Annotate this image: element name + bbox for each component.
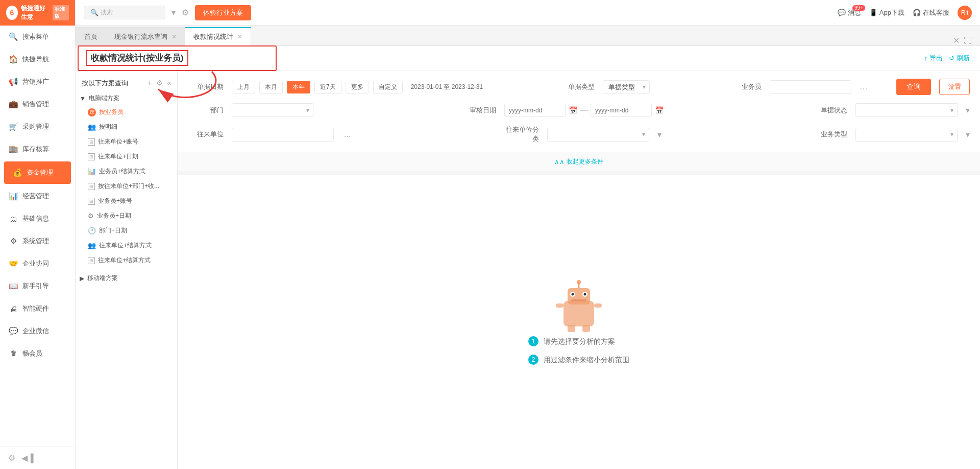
scheme-item-partner-account[interactable]: ⊞ 往来单位+账号 <box>76 134 177 149</box>
scheme-item-partner-dept[interactable]: ⊞ 按往来单位+部门+收... <box>76 179 177 194</box>
sidebar-item-enterprise[interactable]: 🤝 企业协同 <box>0 252 75 275</box>
message-btn[interactable]: 💬 消息 99+ <box>838 8 861 17</box>
voucher-type-select-wrapper: 单据类型 <box>603 80 650 94</box>
salesman-more-icon[interactable]: … <box>860 82 868 91</box>
date-btn-7days[interactable]: 近7天 <box>314 81 341 93</box>
sidebar-item-member[interactable]: ♛ 畅会员 <box>0 342 75 365</box>
partner-input[interactable] <box>232 128 334 142</box>
sidebar: 6 畅捷通好生意 标准版 🔍 搜索菜单 🏠 快捷导航 📢 营销推广 💼 销售管理… <box>0 0 76 469</box>
biz-type-dropdown-icon[interactable]: ▾ <box>966 130 970 139</box>
partner-category-select[interactable] <box>547 128 649 142</box>
message-icon: 💬 <box>838 9 846 16</box>
partner-category-dropdown-icon[interactable]: ▾ <box>657 130 662 139</box>
sidebar-item-operations[interactable]: 📊 经营管理 <box>0 185 75 207</box>
scheme-item-detail[interactable]: 👥 按明细 <box>76 120 177 134</box>
sidebar-item-inventory[interactable]: 🏬 库存核算 <box>0 138 75 160</box>
voucher-status-select[interactable] <box>855 103 958 117</box>
sidebar-item-basic[interactable]: 🗂 基础信息 <box>0 207 75 230</box>
date-range: 2023-01-01 至 2023-12-31 <box>411 83 483 91</box>
empty-area: 1 请先选择要分析的方案 2 用过滤条件来缩小分析范围 <box>178 175 980 469</box>
sidebar-item-search[interactable]: 🔍 搜索菜单 <box>0 26 75 48</box>
query-button[interactable]: 查询 <box>896 79 931 95</box>
scheme-label-salesman-settle: 业务员+结算方式 <box>99 167 145 176</box>
settings-bottom-icon[interactable]: ⚙ <box>8 453 15 463</box>
scheme-label-partner-date: 往来单位+日期 <box>98 152 138 161</box>
date-btn-custom[interactable]: 自定义 <box>373 81 403 93</box>
date-btn-thisyear[interactable]: 本年 <box>287 81 310 93</box>
panel-header-actions: + ⚙ « <box>148 79 171 88</box>
app-download-btn[interactable]: 📱 App下载 <box>869 8 904 17</box>
calendar-end-icon[interactable]: 📅 <box>654 106 665 114</box>
mobile-schemes-header[interactable]: ▶ 移动端方案 <box>76 272 177 285</box>
desktop-schemes-header[interactable]: ▼ 电脑端方案 <box>76 92 177 105</box>
sidebar-item-quicknav[interactable]: 🏠 快捷导航 <box>0 48 75 71</box>
scheme-item-partner-settle2[interactable]: ⊞ 往来单位+结算方式 <box>76 253 177 268</box>
tab-close-all-icon[interactable]: ✕ <box>953 36 960 45</box>
panel-collapse-icon[interactable]: « <box>167 79 171 88</box>
date-btn-more[interactable]: 更多 <box>346 81 369 93</box>
refresh-icon: ↺ <box>949 54 954 62</box>
sidebar-item-guide[interactable]: 📖 新手引导 <box>0 275 75 297</box>
calendar-start-icon[interactable]: 📅 <box>568 106 578 114</box>
scheme-item-salesman-account[interactable]: ⊞ 业务员+账号 <box>76 194 177 208</box>
scheme-settings-icon[interactable]: ⚙ <box>156 79 163 88</box>
collapse-bar[interactable]: ∧∧ 收起更多条件 <box>178 152 980 171</box>
scheme-item-partner-settle1[interactable]: 👥 往来单位+结算方式 <box>76 238 177 253</box>
scheme-item-salesman-date[interactable]: ⚙ 业务员+日期 <box>76 208 177 223</box>
tab-expand-icon[interactable]: ⛶ <box>964 36 972 45</box>
svg-rect-1 <box>568 288 590 304</box>
tab-receipts-close[interactable]: ✕ <box>237 33 242 40</box>
guide-icon: 📖 <box>8 281 18 291</box>
sidebar-item-sales[interactable]: 💼 销售管理 <box>0 93 75 115</box>
online-service-label: 在线客服 <box>923 8 949 17</box>
header-search[interactable]: 🔍 搜索 <box>84 6 165 19</box>
settings-button[interactable]: 设置 <box>939 79 970 95</box>
voucher-type-select[interactable]: 单据类型 <box>603 80 650 94</box>
sidebar-item-wechat[interactable]: 💬 企业微信 <box>0 320 75 342</box>
logo-icon: 6 <box>6 6 18 20</box>
tab-home[interactable]: 首页 <box>76 27 106 45</box>
biz-type-select[interactable] <box>855 128 958 142</box>
operations-icon: 📊 <box>8 191 18 201</box>
collapse-sidebar-icon[interactable]: ◀▐ <box>21 453 33 463</box>
basic-icon: 🗂 <box>8 214 18 224</box>
app-logo: 6 畅捷通好生意 标准版 <box>0 0 75 26</box>
sidebar-item-hardware[interactable]: 🖨 智能硬件 <box>0 297 75 320</box>
refresh-button[interactable]: ↺ 刷新 <box>949 54 970 63</box>
date-btn-thismonth[interactable]: 本月 <box>259 81 283 93</box>
audit-date-end[interactable] <box>591 104 652 117</box>
step-num-2: 2 <box>528 355 538 365</box>
partner-more-icon[interactable]: ... <box>342 130 353 139</box>
sidebar-item-purchase[interactable]: 🛒 采购管理 <box>0 115 75 138</box>
sidebar-item-finance[interactable]: 💰 资金管理 <box>4 161 71 184</box>
sidebar-item-marketing[interactable]: 📢 营销推广 <box>0 71 75 93</box>
tab-cashflow-close[interactable]: ✕ <box>172 33 177 40</box>
export-button[interactable]: ↑ 导出 <box>924 54 943 63</box>
add-scheme-icon[interactable]: + <box>148 79 152 88</box>
tab-cashflow[interactable]: 现金银行流水查询 ✕ <box>106 27 185 45</box>
partner-date-icon: ⊞ <box>88 153 95 160</box>
user-avatar[interactable]: Rit <box>958 6 972 20</box>
salesman-input[interactable] <box>770 80 851 94</box>
header-dropdown-icon[interactable]: ▾ <box>172 8 176 17</box>
scheme-item-salesman[interactable]: 按 按业务员 <box>76 105 177 120</box>
mobile-schemes-label: 移动端方案 <box>87 274 118 283</box>
sidebar-item-system[interactable]: ⚙ 系统管理 <box>0 230 75 252</box>
sidebar-item-label-operations: 经营管理 <box>22 192 49 201</box>
date-btn-lastmonth[interactable]: 上月 <box>232 81 255 93</box>
trial-button[interactable]: 体验行业方案 <box>195 5 251 20</box>
tab-receipts[interactable]: 收款情况统计 ✕ <box>185 27 251 45</box>
online-service-btn[interactable]: 🎧 在线客服 <box>913 8 949 17</box>
scheme-item-partner-date[interactable]: ⊞ 往来单位+日期 <box>76 149 177 164</box>
voucher-status-dropdown-icon[interactable]: ▾ <box>966 105 970 115</box>
salesman-scheme-icon: 按 <box>88 108 96 116</box>
scheme-item-dept-date[interactable]: 🕐 部门+日期 <box>76 223 177 238</box>
mobile-schemes-arrow: ▶ <box>80 275 84 282</box>
audit-date-start[interactable] <box>504 104 566 117</box>
partner-dept-icon: ⊞ <box>88 183 95 190</box>
empty-illustration <box>553 278 604 334</box>
date-dash: — <box>580 106 589 115</box>
header-settings-icon[interactable]: ⚙ <box>182 8 189 17</box>
dept-select[interactable] <box>232 103 313 117</box>
scheme-item-salesman-settle[interactable]: 📊 业务员+结算方式 <box>76 164 177 179</box>
